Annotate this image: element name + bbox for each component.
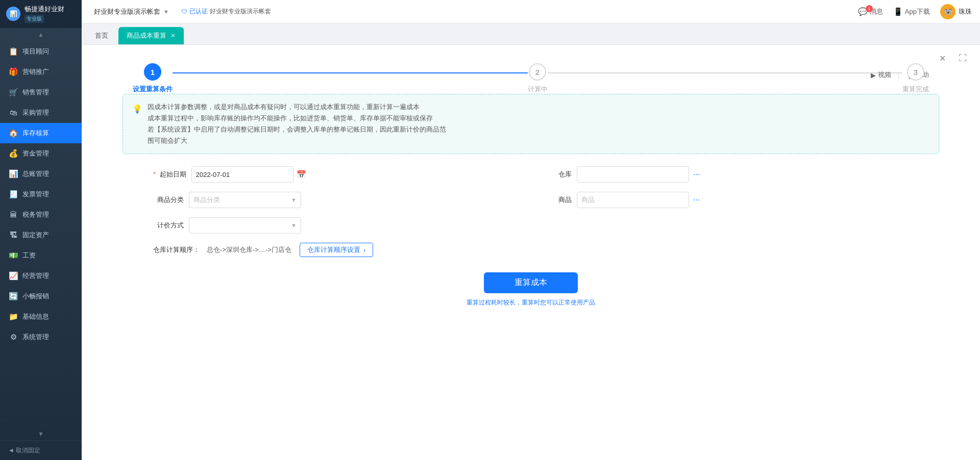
logo-text-block: 畅捷通好业财 专业版 — [24, 5, 64, 23]
sidebar-item-payroll[interactable]: 💵 工资 — [0, 245, 82, 266]
sidebar-item-inventory[interactable]: 🏠 库存核算 — [0, 123, 82, 143]
pricing-select[interactable]: ▼ — [189, 217, 301, 234]
connector-1-2 — [173, 72, 528, 73]
notice-line-2: 成本重算过程中，影响库存账的操作均不能操作，比如进货单、销货单、库存单据不能审核… — [148, 113, 446, 124]
sidebar-item-base[interactable]: 📁 基础信息 — [0, 306, 82, 327]
sidebar-item-label: 营销推广 — [22, 67, 49, 76]
sidebar-item-label: 发票管理 — [22, 190, 49, 199]
sidebar-item-label: 采购管理 — [22, 108, 49, 117]
required-star: * — [153, 170, 156, 178]
stepper-step-1: 1 设置重算条件 — [133, 63, 173, 94]
account-name: 好业财专业版演示帐套 — [94, 7, 160, 16]
step3-number: 3 — [914, 68, 918, 76]
category-chevron-icon: ▼ — [291, 197, 297, 203]
sidebar-menu: 📋 项目顾问 🎁 营销推广 🛒 销售管理 🛍 采购管理 🏠 库存核算 💰 资金管… — [0, 41, 82, 427]
invoice-icon: 🧾 — [8, 190, 18, 199]
finance-icon: 💰 — [8, 149, 18, 158]
expense-icon: 🔄 — [8, 292, 18, 301]
sidebar-item-label: 项目顾问 — [22, 47, 49, 56]
sidebar-scroll-down[interactable]: ▼ — [0, 427, 82, 441]
tab-bar: 首页 商品成本重算 ✕ — [82, 23, 980, 45]
tax-icon: 🏛 — [8, 210, 18, 219]
sidebar-item-management[interactable]: 📈 经营管理 — [0, 266, 82, 286]
user-name: 珠珠 — [959, 7, 972, 16]
user-profile[interactable]: 🐨 珠珠 — [940, 4, 972, 19]
start-date-input[interactable] — [191, 166, 293, 183]
verified-badge: 🛡 已认证 好业财专业版演示帐套 — [181, 7, 271, 16]
tab-home-label: 首页 — [95, 31, 108, 40]
sidebar-logo: 📊 畅捷通好业财 专业版 — [0, 0, 82, 28]
category-select[interactable]: 商品分类 ▼ — [189, 192, 301, 208]
account-selector[interactable]: 好业财专业版演示帐套 ▼ — [90, 5, 173, 18]
pricing-label: 计价方式 — [153, 221, 184, 230]
accounting-icon: 📊 — [8, 169, 18, 178]
sidebar-item-sales[interactable]: 🛒 销售管理 — [0, 82, 82, 103]
sidebar-item-finance[interactable]: 💰 资金管理 — [0, 143, 82, 164]
header-right: 💬 1 消息 📱 App下载 🐨 珠珠 — [858, 4, 972, 19]
tab-home[interactable]: 首页 — [87, 27, 116, 44]
sidebar-item-label: 工资 — [22, 251, 36, 260]
verified-label: 已认证 — [189, 7, 208, 16]
sales-icon: 🛒 — [8, 88, 18, 97]
sidebar-item-purchase[interactable]: 🛍 采购管理 — [0, 103, 82, 123]
sidebar-item-label: 基础信息 — [22, 312, 49, 321]
category-col: 商品分类 商品分类 ▼ — [153, 192, 521, 208]
sidebar-unpin-button[interactable]: ◄ 取消固定 — [0, 441, 82, 460]
content-area: ✕ ⛶ 1 设置重算条件 2 计算中 — [82, 45, 980, 460]
tab-recalc[interactable]: 商品成本重算 ✕ — [118, 27, 184, 44]
warehouse-col: 仓库 ··· — [541, 166, 909, 183]
notice-box: 💡 因成本计算参数调整，或是对商品成本有疑问时，可以通过成本重算功能，重新计算一… — [122, 94, 939, 154]
message-button[interactable]: 💬 1 消息 — [858, 7, 883, 16]
form-row-2: 商品分类 商品分类 ▼ 商品 商品 ··· — [153, 192, 909, 208]
stepper-step-2: 2 计算中 — [528, 63, 548, 94]
step1-label: 设置重算条件 — [133, 85, 173, 94]
sidebar-item-label: 销售管理 — [22, 88, 49, 97]
sidebar-item-system[interactable]: ⚙ 系统管理 — [0, 327, 82, 347]
top-header: 好业财专业版演示帐套 ▼ 🛡 已认证 好业财专业版演示帐套 💬 1 消息 📱 A… — [82, 0, 980, 23]
tab-recalc-label: 商品成本重算 — [127, 31, 166, 40]
system-icon: ⚙ — [8, 333, 18, 342]
sidebar-item-project[interactable]: 📋 项目顾问 — [0, 41, 82, 62]
form-row-1: * 起始日期 📅 仓库 ··· — [153, 166, 909, 183]
product-dots-button[interactable]: ··· — [693, 195, 700, 205]
sidebar-scroll-up[interactable]: ▲ — [0, 28, 82, 41]
video-label: 视频 — [878, 70, 891, 80]
chevron-down-icon: ▼ — [163, 9, 169, 15]
sidebar-item-label: 资金管理 — [22, 149, 49, 158]
recalc-hint: 重算过程耗时较长，重算时您可以正常使用产品 — [467, 298, 595, 307]
tab-close-icon[interactable]: ✕ — [170, 32, 176, 39]
management-icon: 📈 — [8, 271, 18, 280]
app-download-label: App下载 — [905, 7, 930, 16]
sidebar-item-label: 库存核算 — [22, 129, 49, 138]
separator: | — [897, 71, 899, 79]
sidebar-item-label: 税务管理 — [22, 210, 49, 219]
warehouse-order-btn-label: 仓库计算顺序设置 — [307, 245, 360, 254]
category-placeholder: 商品分类 — [193, 195, 220, 205]
recalc-button[interactable]: 重算成本 — [484, 272, 578, 293]
product-label: 商品 — [541, 195, 572, 205]
message-count: 1 — [866, 5, 873, 12]
sidebar-item-marketing[interactable]: 🎁 营销推广 — [0, 62, 82, 82]
main-area: 好业财专业版演示帐套 ▼ 🛡 已认证 好业财专业版演示帐套 💬 1 消息 📱 A… — [82, 0, 980, 460]
logo-text: 畅捷通好业财 — [24, 5, 64, 14]
start-date-label: * 起始日期 — [153, 170, 186, 179]
video-button[interactable]: ▶ 视频 — [871, 70, 891, 80]
inventory-icon: 🏠 — [8, 129, 18, 138]
app-download-button[interactable]: 📱 App下载 — [893, 7, 930, 16]
sidebar-item-invoice[interactable]: 🧾 发票管理 — [0, 184, 82, 205]
sidebar-item-accounting[interactable]: 📊 总账管理 — [0, 164, 82, 184]
calendar-icon[interactable]: 📅 — [297, 170, 306, 179]
base-icon: 📁 — [8, 312, 18, 321]
form-row-3: 计价方式 ▼ — [153, 217, 909, 234]
sidebar-item-tax[interactable]: 🏛 税务管理 — [0, 205, 82, 225]
bulb-icon: 💡 — [132, 102, 142, 116]
pricing-col: 计价方式 ▼ — [153, 217, 909, 234]
warehouse-order-label: 仓库计算顺序： — [153, 245, 200, 254]
account-full-name: 好业财专业版演示帐套 — [210, 7, 271, 16]
step1-number: 1 — [151, 68, 155, 76]
avatar-emoji: 🐨 — [944, 8, 952, 16]
warehouse-order-settings-button[interactable]: 仓库计算顺序设置 › — [300, 243, 373, 257]
warehouse-dots-button[interactable]: ··· — [693, 170, 700, 179]
sidebar-item-assets[interactable]: 🏗 固定资产 — [0, 225, 82, 245]
sidebar-item-expense[interactable]: 🔄 小畅报销 — [0, 286, 82, 306]
